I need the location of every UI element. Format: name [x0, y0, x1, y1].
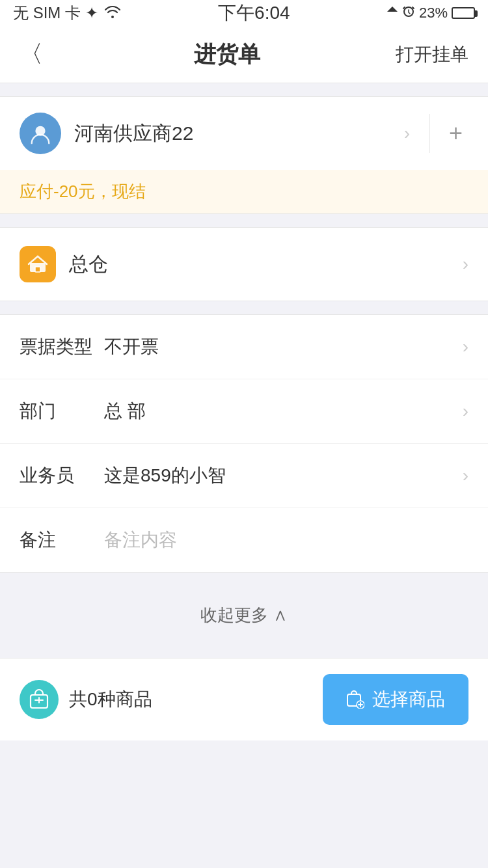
- battery-icon: [452, 7, 475, 19]
- warehouse-section[interactable]: 总仓 ›: [0, 227, 488, 301]
- status-time: 下午6:04: [218, 1, 290, 25]
- alarm-icon: [402, 5, 415, 21]
- status-left: 无 SIM 卡 ✦: [13, 3, 122, 23]
- salesman-row[interactable]: 业务员 这是859的小智 ›: [0, 444, 488, 508]
- collapse-button[interactable]: 收起更多 ∧: [0, 586, 488, 645]
- form-section: 票据类型 不开票 › 部门 总 部 › 业务员 这是859的小智 › 备注 备注…: [0, 314, 488, 573]
- svg-rect-3: [35, 267, 40, 272]
- back-button[interactable]: 〈: [20, 38, 59, 70]
- select-product-label: 选择商品: [372, 687, 445, 712]
- add-supplier-button[interactable]: +: [429, 114, 468, 153]
- supplier-section: 河南供应商22 › + 应付-20元，现结: [0, 96, 488, 214]
- nav-bar: 〈 进货单 打开挂单: [0, 26, 488, 83]
- product-count-section: 共0种商品: [20, 680, 152, 719]
- invoice-label: 票据类型: [20, 334, 98, 359]
- salesman-value: 这是859的小智: [98, 463, 463, 488]
- notice-bar: 应付-20元，现结: [0, 170, 488, 213]
- remark-value[interactable]: 备注内容: [98, 528, 468, 552]
- product-count-text: 共0种商品: [69, 687, 152, 712]
- remark-row[interactable]: 备注 备注内容: [0, 508, 488, 572]
- salesman-chevron-icon: ›: [463, 465, 468, 486]
- page-background: [0, 740, 488, 868]
- department-value: 总 部: [98, 399, 463, 424]
- select-product-icon: [346, 690, 364, 709]
- select-product-button[interactable]: 选择商品: [323, 674, 468, 725]
- page-title: 进货单: [194, 40, 260, 70]
- supplier-row[interactable]: 河南供应商22 › +: [0, 97, 488, 170]
- department-row[interactable]: 部门 总 部 ›: [0, 379, 488, 444]
- location-icon: [386, 5, 398, 21]
- salesman-label: 业务员: [20, 463, 98, 488]
- wifi-icon: [103, 4, 122, 22]
- bottom-bar: 共0种商品 选择商品: [0, 658, 488, 740]
- warehouse-icon: [20, 246, 56, 282]
- supplier-name: 河南供应商22: [74, 120, 404, 147]
- sim-label: 无 SIM 卡 ✦: [13, 3, 98, 23]
- remark-label: 备注: [20, 528, 98, 552]
- warehouse-name: 总仓: [69, 251, 463, 278]
- battery-percentage: 23%: [419, 5, 448, 21]
- invoice-value: 不开票: [98, 334, 463, 359]
- section-gap-1: [0, 83, 488, 96]
- product-icon: [20, 680, 59, 719]
- invoice-type-row[interactable]: 票据类型 不开票 ›: [0, 315, 488, 379]
- status-right: 23%: [386, 5, 475, 21]
- invoice-chevron-icon: ›: [463, 336, 468, 357]
- supplier-chevron-icon: ›: [404, 123, 410, 144]
- status-bar: 无 SIM 卡 ✦ 下午6:04 23%: [0, 0, 488, 26]
- department-chevron-icon: ›: [463, 401, 468, 422]
- open-pending-button[interactable]: 打开挂单: [396, 42, 468, 67]
- warehouse-chevron-icon: ›: [463, 254, 468, 275]
- department-label: 部门: [20, 399, 98, 424]
- supplier-avatar: [20, 113, 61, 154]
